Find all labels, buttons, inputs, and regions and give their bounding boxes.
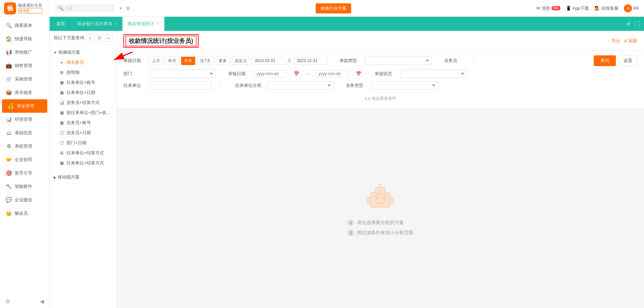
tree-child-salesman-account[interactable]: ▦ 业务员+账号 xyxy=(50,118,116,128)
tree-arrow-mobile: ▶ xyxy=(54,175,56,179)
date-end-input[interactable] xyxy=(294,57,327,64)
doc-type-label: 单据类型 xyxy=(339,58,360,64)
sidebar-item-finance[interactable]: 💰 资金管理 xyxy=(2,99,47,113)
sidebar-item-marketing[interactable]: 📢 营销推广 xyxy=(0,46,49,59)
collapse-label: 收起更多条件 xyxy=(372,96,396,101)
app-download-button[interactable]: 📱 App下载 xyxy=(566,5,589,11)
review-date-label: 审核日期 xyxy=(228,71,248,77)
topbar-right: ✉ 消息 99+ 📱 App下载 💁 在线客服 R Rit xyxy=(536,4,639,12)
sidebar-item-operation[interactable]: 📊 经营管理 xyxy=(0,113,49,126)
user-button[interactable]: R Rit xyxy=(624,4,639,12)
sidebar-item-smart-hw[interactable]: 🔧 智能硬件 xyxy=(0,180,49,193)
sidebar-item-basic-info[interactable]: 🗂 基础信息 xyxy=(0,126,49,140)
sidebar-item-member[interactable]: 👑 畅会员 xyxy=(0,207,49,220)
tab-close-all-icon[interactable]: ✕ xyxy=(626,21,631,27)
tab-collection[interactable]: 收款情况统计 × xyxy=(122,17,164,31)
collapse-panel-button[interactable]: « xyxy=(105,34,112,42)
online-service-icon: 💁 xyxy=(594,6,600,11)
date-btn-7days[interactable]: 近7天 xyxy=(197,57,214,65)
tree-child-detail[interactable]: ⊞ 按明细 xyxy=(50,67,116,78)
add-scheme-button[interactable]: + xyxy=(86,34,94,42)
doc-status-select[interactable] xyxy=(400,69,467,78)
date-btn-this-year[interactable]: 本年 xyxy=(181,57,195,65)
salesman-more-icon[interactable]: ··· xyxy=(471,58,475,63)
message-button[interactable]: ✉ 消息 99+ xyxy=(536,5,560,11)
filter-actions: 查询 设置 xyxy=(594,55,637,66)
sidebar-item-system[interactable]: ⚙ 系统管理 xyxy=(0,140,49,153)
topbar-gear-icon[interactable]: ⚙ xyxy=(126,5,130,11)
topbar-search-box[interactable]: 🔍 搜索 xyxy=(55,4,115,12)
partner-dept-icon: ▦ xyxy=(59,110,64,115)
tree-child-partner-settle2[interactable]: ▦ 往来单位+结算方式 xyxy=(50,158,116,168)
tab-bank-flow-close[interactable]: × xyxy=(115,21,117,26)
tree-child-dept-date[interactable]: 🕐 部门+日期 xyxy=(50,138,116,148)
sidebar-item-enterprise[interactable]: 🤝 企业协同 xyxy=(0,153,49,166)
sidebar-item-purchase-label: 采购管理 xyxy=(15,76,32,82)
finance-icon: 💰 xyxy=(7,103,14,109)
date-btn-custom[interactable]: 自定义 xyxy=(232,57,250,65)
partner-category-select[interactable] xyxy=(267,81,334,90)
sidebar-item-enterprise-label: 企业协同 xyxy=(15,157,32,163)
tree-child-partner-account[interactable]: ▦ 往来单位+账号 xyxy=(50,78,116,88)
sidebar-item-inventory[interactable]: 📦 库存核算 xyxy=(0,86,49,99)
sidebar-item-marketing-label: 营销推广 xyxy=(15,49,32,55)
svg-point-3 xyxy=(379,184,381,186)
smart-hw-icon: 🔧 xyxy=(5,183,12,190)
query-button[interactable]: 查询 xyxy=(594,55,616,66)
sidebar-item-wechat[interactable]: 💬 企业微信 xyxy=(0,193,49,207)
tab-expand-icon[interactable]: ⛶ xyxy=(635,21,640,27)
scheme-settings-button[interactable]: ⚙ xyxy=(96,34,103,42)
date-start-input[interactable] xyxy=(252,57,285,64)
filter-settings-button[interactable]: 设置 xyxy=(619,55,637,66)
tree-child-partner-settle2-label: 往来单位+结算方式 xyxy=(66,160,104,166)
sidebar-item-guide[interactable]: 🎯 新手引导 xyxy=(0,166,49,180)
refresh-button[interactable]: ↺ 刷新 xyxy=(624,38,637,44)
topbar-dropdown-icon[interactable]: ▾ xyxy=(119,6,122,11)
collapse-sidebar-icon[interactable]: ◀︎ xyxy=(40,298,44,305)
tab-home[interactable]: 首页 xyxy=(50,17,72,31)
export-button[interactable]: ↑ 导出 xyxy=(608,38,621,44)
partner-settle1-icon: ⊞ xyxy=(59,150,64,156)
tree-child-partner-dept[interactable]: ▦ 按往来单位+部门+收... xyxy=(50,108,116,118)
tree-child-partner-settle1[interactable]: ⊞ 往来单位+结算方式 xyxy=(50,148,116,158)
review-date-start-input[interactable] xyxy=(254,70,287,78)
tree-child-salesman[interactable]: ● 按业务员 xyxy=(50,57,116,67)
tab-bank-flow[interactable]: 现金银行流水查询 × xyxy=(72,17,122,31)
dept-select[interactable] xyxy=(149,69,216,78)
date-btn-this-month[interactable]: 本月 xyxy=(165,57,179,65)
partner-input[interactable] xyxy=(149,81,211,90)
biz-type-select[interactable] xyxy=(371,81,438,90)
filter-row-2: 部门 审核日期 📅 — 📅 单据状态 xyxy=(123,69,637,78)
tree-child-partner-date[interactable]: ▦ 往来单位+日期 xyxy=(50,88,116,98)
trial-button[interactable]: 体验行业方案 xyxy=(316,3,351,13)
collapse-more-btn[interactable]: ∧∧ 收起更多条件 xyxy=(123,93,637,104)
review-date-end-input[interactable] xyxy=(316,70,349,78)
dept-date-icon: 🕐 xyxy=(59,140,64,146)
online-service-button[interactable]: 💁 在线客服 xyxy=(594,5,619,11)
operation-icon: 📊 xyxy=(5,116,12,123)
tree-parent-mobile-label: 移动端方案 xyxy=(58,174,79,180)
date-btn-last-month[interactable]: 上月 xyxy=(149,57,163,65)
sidebar-item-search[interactable]: 🔍 搜索菜单 xyxy=(0,19,49,32)
tree-parent-desktop[interactable]: ▼ 电脑端方案 xyxy=(50,47,116,57)
sidebar-item-quick-nav[interactable]: 🏠 快捷导航 xyxy=(0,32,49,46)
doc-type-select[interactable] xyxy=(365,57,432,65)
user-name: Rit xyxy=(633,6,639,11)
tree-child-salesman-settle[interactable]: 📊 业务员+结算方式 xyxy=(50,98,116,108)
tree-section-mobile: ▶ 移动端方案 xyxy=(50,170,116,184)
partner-account-icon: ▦ xyxy=(59,80,64,85)
settings-footer-icon[interactable]: ⚙ xyxy=(5,298,10,305)
tab-collection-close[interactable]: × xyxy=(157,21,159,26)
partner-more-icon[interactable]: ··· xyxy=(218,83,222,88)
svg-rect-0 xyxy=(370,192,390,207)
sidebar-item-sales[interactable]: 💼 销售管理 xyxy=(0,59,49,72)
tree-parent-mobile[interactable]: ▶ 移动端方案 xyxy=(50,172,116,182)
left-panel-title: 按以下方案查询 xyxy=(54,35,84,41)
date-btn-more[interactable]: 更多 xyxy=(216,57,230,65)
tree-child-salesman-date[interactable]: 🕐 业务员+日期 xyxy=(50,128,116,138)
quick-nav-icon: 🏠 xyxy=(5,36,12,42)
tip-2: 2 用过滤条件来缩小分析范围 xyxy=(347,229,413,236)
sidebar-item-sales-label: 销售管理 xyxy=(15,63,32,69)
sidebar-item-member-label: 畅会员 xyxy=(15,210,28,216)
sidebar-item-purchase[interactable]: 🛒 采购管理 xyxy=(0,72,49,86)
